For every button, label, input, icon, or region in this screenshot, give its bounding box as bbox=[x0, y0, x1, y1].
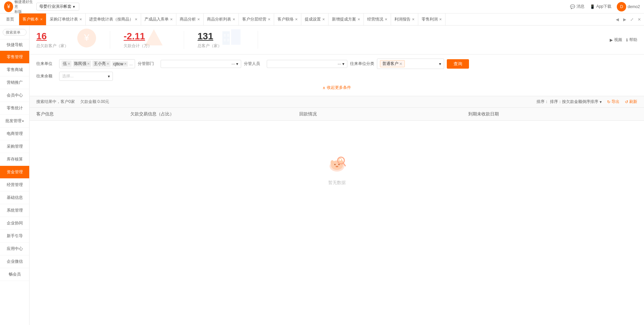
sidebar-item-wholesale[interactable]: 批发管理 ▾ bbox=[0, 115, 29, 128]
more-tags-button[interactable]: ... bbox=[129, 62, 133, 66]
tab-goods-analysis[interactable]: 商品分析 ✕ bbox=[176, 13, 204, 26]
tab-left-arrow[interactable]: ◀ bbox=[614, 16, 620, 23]
chevron-down-icon: ▾ bbox=[342, 62, 344, 66]
sidebar-item-basic-info[interactable]: 基础信息 bbox=[0, 191, 29, 204]
sidebar-item-member-center[interactable]: 会员中心 bbox=[0, 89, 29, 102]
tab-customer-contact[interactable]: 客户联络 ✕ bbox=[274, 13, 301, 26]
app-download-button[interactable]: 📱 App下载 bbox=[590, 4, 611, 9]
tab-production-inbound[interactable]: 产成品入库单 ✕ bbox=[141, 13, 176, 26]
user-menu[interactable]: D demo2 bbox=[617, 2, 640, 11]
chevron-down-icon: ▾ bbox=[600, 100, 602, 104]
logo-icon: ¥ bbox=[4, 1, 13, 12]
sidebar-item-wechat[interactable]: 企业微信 bbox=[0, 255, 29, 268]
result-bar: 搜索结果中，客户0家 欠款金额 0.00元 排序： 排序：按欠款金额倒序排序 ▾… bbox=[30, 96, 644, 108]
search-result-text: 搜索结果中，客户0家 bbox=[36, 99, 75, 105]
remove-tag-wang[interactable]: ✕ bbox=[106, 62, 109, 66]
close-tab-icon[interactable]: ✕ bbox=[295, 17, 298, 21]
empty-state: 暂无数据 bbox=[30, 121, 644, 213]
stat-label-total-customers: 总客户（家） bbox=[198, 43, 222, 49]
sidebar-item-retail[interactable]: 零售管理 bbox=[0, 51, 29, 64]
top-header: ¥ 畅捷通好生意 标版 母婴行业演示帐套 ▾ 💬 消息 📱 App下载 D de… bbox=[0, 0, 644, 13]
result-actions: 排序： 排序：按欠款金额倒序排序 ▾ ↻ 导出 ↺ 刷新 bbox=[536, 99, 637, 105]
tab-home[interactable]: 首页 bbox=[1, 13, 19, 26]
sidebar-item-finance[interactable]: 资金管理 bbox=[0, 166, 29, 179]
search-menu-input[interactable] bbox=[3, 29, 27, 36]
unit-tag-input[interactable]: 伍 ✕ 陈民强 ✕ 王小亮 ✕ cjttcw ✕ ... bbox=[59, 59, 135, 68]
unit-type-select[interactable]: 普通客户 ✕ ▾ bbox=[377, 59, 444, 69]
sidebar-item-enterprise[interactable]: 企业协同 bbox=[0, 217, 29, 230]
remove-tag-chen[interactable]: ✕ bbox=[87, 62, 90, 66]
close-tab-icon[interactable]: ✕ bbox=[268, 17, 270, 21]
refresh-button[interactable]: ↺ 刷新 bbox=[625, 99, 637, 105]
search-menu-area bbox=[0, 26, 29, 39]
person-select[interactable]: ··· ▾ bbox=[267, 60, 347, 68]
messages-button[interactable]: 💬 消息 bbox=[570, 4, 585, 9]
sidebar-item-inventory[interactable]: 库存核算 bbox=[0, 153, 29, 166]
sidebar-item-ecommerce[interactable]: 电商管理 bbox=[0, 128, 29, 140]
sidebar-item-member[interactable]: 畅会员 bbox=[0, 268, 29, 281]
close-tab-icon[interactable]: ✕ bbox=[197, 17, 200, 21]
sidebar-item-system[interactable]: 系统管理 bbox=[0, 204, 29, 217]
tab-goods-analysis-list[interactable]: 商品分析列表 ✕ bbox=[204, 13, 239, 26]
unit-type-filter-label: 往来单位分类 bbox=[350, 61, 374, 67]
sidebar-item-newbie[interactable]: 新手引导 bbox=[0, 230, 29, 243]
tab-customer-tier[interactable]: 客户分层经营 ✕ bbox=[239, 13, 274, 26]
close-tab-icon[interactable]: ✕ bbox=[79, 17, 82, 21]
close-tab-icon[interactable]: ✕ bbox=[170, 17, 173, 21]
svg-point-12 bbox=[338, 164, 340, 165]
svg-rect-8 bbox=[227, 39, 229, 41]
remove-tag-cjttcw[interactable]: ✕ bbox=[124, 62, 127, 66]
close-tab-icon[interactable]: ✕ bbox=[322, 17, 325, 21]
close-tab-icon[interactable]: ✕ bbox=[40, 17, 43, 21]
content-area: ¥ 16 总欠款客户（家） -2.11 欠款合计（万） 131 总客户（家） bbox=[30, 26, 644, 325]
sort-select[interactable]: 排序： 排序：按欠款金额倒序排序 ▾ bbox=[536, 99, 602, 105]
video-icon: ▶ bbox=[610, 38, 613, 42]
sidebar-item-retail-stats[interactable]: 零售统计 bbox=[0, 102, 29, 115]
tab-add-commission[interactable]: 新增提成方案 ✕ bbox=[329, 13, 364, 26]
help-icon: ℹ bbox=[626, 38, 628, 42]
remove-unit-type-tag[interactable]: ✕ bbox=[399, 62, 402, 66]
tab-commission-settings[interactable]: 提成设置 ✕ bbox=[301, 13, 329, 26]
chevron-up-icon: ∧ bbox=[323, 85, 326, 90]
close-tab-icon[interactable]: ✕ bbox=[439, 17, 442, 21]
tab-expand-icon[interactable]: ⤢ bbox=[629, 16, 635, 23]
sidebar-item-quick-nav[interactable]: 快捷导航 bbox=[0, 39, 29, 51]
close-tab-icon[interactable]: ✕ bbox=[357, 17, 360, 21]
query-button[interactable]: 查询 bbox=[447, 59, 469, 69]
help-button[interactable]: ℹ 帮助 bbox=[626, 37, 637, 43]
tab-operations[interactable]: 经营情况 ✕ bbox=[364, 13, 391, 26]
collapse-filter-button[interactable]: ∧ 收起更多条件 bbox=[317, 83, 356, 92]
tab-right-arrow[interactable]: ▶ bbox=[621, 16, 628, 23]
tab-purchase-order-stats[interactable]: 采购订单统计表 ✕ bbox=[46, 13, 86, 26]
stat-value-debt-customers[interactable]: 16 bbox=[36, 31, 47, 42]
tab-customer-ledger[interactable]: 客户账本 ✕ bbox=[19, 13, 46, 26]
stat-value-debt-amount[interactable]: -2.11 bbox=[124, 31, 145, 42]
close-tab-icon[interactable]: ✕ bbox=[412, 17, 415, 21]
tab-nav-arrows: ◀ ▶ ⤢ ✕ bbox=[614, 16, 643, 23]
sidebar-item-retail-mall[interactable]: 零售商城 bbox=[0, 64, 29, 76]
tab-profit-report[interactable]: 利润报告 ✕ bbox=[391, 13, 418, 26]
avatar: D bbox=[617, 2, 626, 11]
remove-tag-wu[interactable]: ✕ bbox=[68, 62, 70, 66]
close-tab-icon[interactable]: ✕ bbox=[385, 17, 387, 21]
table-header: 客户信息 欠款交易信息（占比） 回款情况 到期未收款日期 bbox=[30, 108, 644, 121]
sidebar-item-purchase[interactable]: 采购管理 bbox=[0, 140, 29, 153]
tab-close-all-icon[interactable]: ✕ bbox=[636, 16, 643, 23]
amount-select[interactable]: 选择... ▾ bbox=[59, 72, 113, 81]
col-due-date: 到期未收款日期 bbox=[468, 111, 637, 117]
close-tab-icon[interactable]: ✕ bbox=[232, 17, 235, 21]
export-button[interactable]: ↻ 导出 bbox=[607, 99, 619, 105]
sidebar-item-app-center[interactable]: 应用中心 bbox=[0, 243, 29, 255]
dept-select[interactable]: ··· ▾ bbox=[161, 60, 241, 68]
sidebar-item-marketing[interactable]: 营销推广 bbox=[0, 76, 29, 89]
amount-filter-label: 往来余额 bbox=[36, 73, 56, 79]
header-right: 💬 消息 📱 App下载 D demo2 bbox=[570, 2, 640, 11]
sidebar-item-operations[interactable]: 经营管理 bbox=[0, 179, 29, 191]
close-tab-icon[interactable]: ✕ bbox=[135, 17, 137, 21]
tab-inbound-stats[interactable]: 进货单统计表（按商品） ✕ bbox=[86, 13, 141, 26]
stat-value-total-customers[interactable]: 131 bbox=[198, 31, 213, 42]
tab-retail-profit[interactable]: 零售利润 ✕ bbox=[418, 13, 445, 26]
empty-text: 暂无数据 bbox=[328, 180, 346, 186]
account-selector[interactable]: 母婴行业演示帐套 ▾ bbox=[36, 3, 79, 10]
video-help-button[interactable]: ▶ 视频 bbox=[610, 37, 622, 43]
